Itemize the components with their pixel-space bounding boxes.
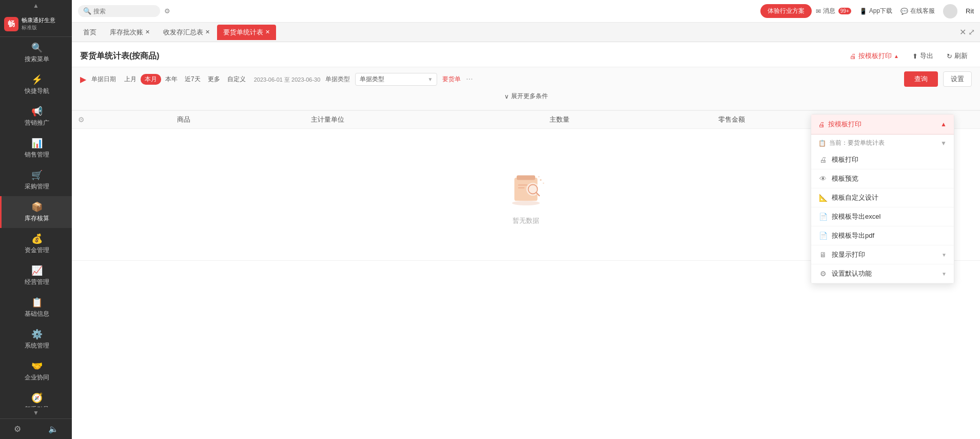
print-set-default-item[interactable]: ⚙ 设置默认功能 ▼ <box>811 264 954 283</box>
app-download-btn[interactable]: 📱 App下载 <box>859 7 892 15</box>
page-title: 要货单统计表(按商品) <box>80 51 160 62</box>
tab-receivable-summary[interactable]: 收发存汇总表 ✕ <box>157 25 216 40</box>
filter-expand-icon[interactable]: ▶ <box>80 74 86 84</box>
user-avatar[interactable] <box>943 4 957 18</box>
order-type-dropdown[interactable]: 单据类型 ▼ <box>355 73 437 86</box>
page-header: 要货单统计表(按商品) 🖨 按模板打印 ▲ ⬆ 导出 ↻ 刷新 <box>72 42 980 67</box>
print-current-label-row: 📋 当前：要货单统计表 ▼ <box>811 135 954 150</box>
print-current-label: 当前：要货单统计表 <box>829 139 885 147</box>
date-filter-buttons: 上月 本月 本年 近7天 更多 自定义 <box>121 74 249 85</box>
print-dropdown-close-arrow[interactable]: ▲ <box>940 121 947 128</box>
sidebar-item-sales[interactable]: 📊 销售管理 <box>0 132 72 164</box>
svg-rect-7 <box>518 187 525 188</box>
online-service-btn[interactable]: 💬 在线客服 <box>900 7 935 15</box>
sidebar-item-quick-nav[interactable]: ⚡ 快捷导航 <box>0 69 72 101</box>
sidebar-item-label-inventory: 库存核算 <box>25 214 49 223</box>
printer-icon: 🖨 <box>850 52 856 60</box>
sidebar: ▲ 畅 畅康通好生意 标准版 🔍 搜索菜单 ⚡ 快捷导航 📢 营销推广 📊 销售… <box>0 0 72 439</box>
template-print-btn[interactable]: 🖨 按模板打印 ▲ <box>846 49 903 63</box>
svg-rect-2 <box>517 176 535 180</box>
table-settings-icon[interactable]: ⚙ <box>78 116 85 124</box>
search-input[interactable] <box>93 8 145 15</box>
print-dropdown-header[interactable]: 🖨 按模板打印 ▲ <box>811 114 954 135</box>
svg-point-8 <box>540 179 542 181</box>
sidebar-item-search-menu[interactable]: 🔍 搜索菜单 <box>0 37 72 69</box>
refresh-btn[interactable]: ↻ 刷新 <box>943 49 972 63</box>
date-btn-last-month[interactable]: 上月 <box>121 74 140 85</box>
date-btn-more[interactable]: 更多 <box>205 74 223 85</box>
empty-text: 暂无数据 <box>513 216 539 225</box>
date-filter-label: 单据日期 <box>91 75 116 84</box>
app-logo-icon: 畅 <box>4 17 18 31</box>
order-type-value: 单据类型 <box>360 75 384 84</box>
online-service-label: 在线客服 <box>910 7 935 15</box>
order-type-dropdown-arrow: ▼ <box>427 77 433 82</box>
sidebar-item-marketing[interactable]: 📢 营销推广 <box>0 101 72 132</box>
col-settings: ⚙ <box>72 111 171 129</box>
close-tab-action[interactable]: ✕ <box>959 27 966 37</box>
sidebar-item-label-ops: 经营管理 <box>25 278 49 287</box>
query-btn[interactable]: 查询 <box>904 71 938 87</box>
sidebar-item-basic-info[interactable]: 📋 基础信息 <box>0 292 72 323</box>
sidebar-item-system[interactable]: ⚙️ 系统管理 <box>0 323 72 355</box>
sidebar-item-purchase[interactable]: 🛒 采购管理 <box>0 164 72 196</box>
messages-label: 消息 <box>823 7 835 15</box>
print-template-preview-item[interactable]: 👁 模板预览 <box>811 169 954 188</box>
sidebar-item-enterprise-collab[interactable]: 🤝 企业协同 <box>0 355 72 387</box>
search-menu-icon: 🔍 <box>31 42 43 53</box>
tab-order-stats[interactable]: 要货单统计表 ✕ <box>217 25 276 40</box>
date-btn-current-year[interactable]: 本年 <box>162 74 181 85</box>
print-dropdown-title: 按模板打印 <box>828 120 861 129</box>
sidebar-item-finance[interactable]: 💰 资金管理 <box>0 228 72 260</box>
expand-conditions-btn[interactable]: ∨ 展开更多条件 <box>496 90 556 103</box>
speaker-footer-icon[interactable]: 🔈 <box>48 424 58 434</box>
set-default-arrow: ▼ <box>942 271 947 277</box>
messages-btn[interactable]: ✉ 消息 99+ <box>816 7 851 15</box>
sidebar-item-guide[interactable]: 🧭 新手引导 <box>0 387 72 407</box>
print-template-custom-item[interactable]: 📐 模板自定义设计 <box>811 188 954 207</box>
sidebar-item-ops[interactable]: 📈 经营管理 <box>0 260 72 292</box>
sidebar-item-label-marketing: 营销推广 <box>25 119 49 127</box>
print-display-print-item[interactable]: 🖥 按显示打印 ▼ <box>811 245 954 264</box>
set-default-left: ⚙ 设置默认功能 <box>818 269 872 278</box>
expand-tab-action[interactable]: ⤢ <box>968 27 975 37</box>
template-preview-icon: 👁 <box>818 175 828 183</box>
trial-btn[interactable]: 体验行业方案 <box>760 4 812 18</box>
topbar-settings-icon[interactable]: ⚙ <box>164 7 170 15</box>
app-download-label: App下载 <box>869 7 892 15</box>
date-btn-current-month[interactable]: 本月 <box>141 74 161 85</box>
sidebar-item-label-system: 系统管理 <box>25 341 49 350</box>
filter-bar: ▶ 单据日期 上月 本月 本年 近7天 更多 自定义 2023-06-01 至 … <box>72 67 980 110</box>
tab-inventory-batch-label: 库存批次账 <box>110 28 143 37</box>
sidebar-item-label-search-menu: 搜索菜单 <box>25 55 49 64</box>
refresh-icon: ↻ <box>947 52 952 60</box>
tab-inventory-batch[interactable]: 库存批次账 ✕ <box>104 25 156 40</box>
ops-icon: 📈 <box>31 265 43 276</box>
chevron-up-icon: ▲ <box>894 53 899 59</box>
scroll-down-arrow[interactable]: ▼ <box>0 407 72 418</box>
sidebar-nav: 🔍 搜索菜单 ⚡ 快捷导航 📢 营销推广 📊 销售管理 🛒 采购管理 📦 库存核… <box>0 37 72 407</box>
print-dropdown-title-group: 🖨 按模板打印 <box>818 120 861 129</box>
settings-btn[interactable]: 设置 <box>943 71 972 87</box>
print-template-print-item[interactable]: 🖨 模板打印 <box>811 150 954 169</box>
empty-illustration <box>503 164 549 210</box>
print-dropdown: 🖨 按模板打印 ▲ 📋 当前：要货单统计表 ▼ 🖨 模板打印 👁 模板预览 📐 <box>811 114 954 284</box>
print-template-pdf-item[interactable]: 📄 按模板导出pdf <box>811 226 954 245</box>
date-btn-custom[interactable]: 自定义 <box>224 74 249 85</box>
scroll-up-arrow[interactable]: ▲ <box>0 0 72 11</box>
collab-icon: 🤝 <box>31 360 43 372</box>
settings-footer-icon[interactable]: ⚙ <box>14 424 21 434</box>
page-actions: 🖨 按模板打印 ▲ ⬆ 导出 ↻ 刷新 <box>846 49 972 63</box>
tab-home[interactable]: 首页 <box>77 25 103 40</box>
tab-receivable-close[interactable]: ✕ <box>205 29 210 35</box>
display-print-left: 🖥 按显示打印 <box>818 250 865 259</box>
col-unit: 主计量单位 <box>305 111 543 129</box>
tab-order-stats-close[interactable]: ✕ <box>265 29 270 35</box>
print-template-excel-item[interactable]: 📄 按模板导出excel <box>811 207 954 226</box>
display-print-icon: 🖥 <box>818 251 828 259</box>
date-btn-last-7-days[interactable]: 近7天 <box>182 74 204 85</box>
export-btn[interactable]: ⬆ 导出 <box>908 49 937 63</box>
sidebar-item-inventory[interactable]: 📦 库存核算 <box>0 196 72 228</box>
tab-inventory-batch-close[interactable]: ✕ <box>145 29 150 35</box>
more-icon[interactable]: ··· <box>466 74 473 84</box>
